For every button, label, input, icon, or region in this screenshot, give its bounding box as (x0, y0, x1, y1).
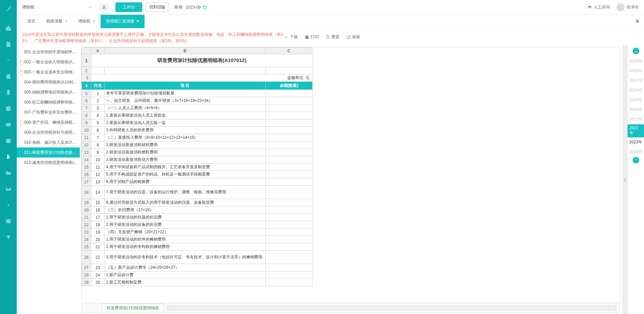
nav-folder-icon[interactable] (5, 170, 12, 176)
tab-税表清册[interactable]: 税表清册✕ (41, 15, 73, 28)
nav-doc-icon[interactable] (5, 41, 12, 48)
row-amount[interactable] (266, 236, 313, 243)
year-item[interactable]: 2020年 (629, 105, 642, 115)
nav-video-icon[interactable] (5, 218, 12, 225)
row-header[interactable]: 16 (82, 171, 91, 178)
row-header[interactable]: 11 (82, 134, 91, 141)
row-seq[interactable]: 25 (91, 279, 105, 286)
row-desc[interactable]: 2.用于研发活动的设备的折旧费 (105, 221, 266, 229)
row-header[interactable]: 26 (82, 251, 91, 264)
row-amount[interactable] (266, 164, 313, 171)
form-list-item[interactable]: 002-一般企业收入明细表(A... (17, 57, 80, 67)
year-item[interactable]: 2024年 (629, 147, 642, 157)
row-amount[interactable] (266, 199, 313, 206)
row-seq[interactable]: 6 (91, 127, 105, 134)
row-seq[interactable]: 8 (91, 141, 105, 149)
row-desc[interactable]: 5.用于不构成固定资产的样品、样机及一般测试手段购置费 (105, 171, 266, 178)
row-header[interactable]: 14 (82, 156, 91, 164)
close-all-tabs[interactable]: ✕ (635, 18, 640, 25)
tab-首页[interactable]: 首页 (22, 15, 41, 28)
row-header[interactable]: 7 (82, 105, 91, 112)
row-amount[interactable] (266, 264, 313, 271)
year-item[interactable]: 2016年 (629, 66, 642, 76)
nav-hand-icon[interactable] (5, 153, 12, 160)
row-desc[interactable]: 3.研发活动直接消耗动力费用 (105, 156, 266, 164)
row-amount[interactable] (266, 119, 313, 127)
tax-type-dropdown[interactable]: 增值税 (22, 4, 93, 10)
row-amount[interactable] (266, 90, 313, 97)
row-header[interactable]: 28 (82, 271, 91, 279)
row-header[interactable]: 3 (82, 74, 91, 82)
year-item[interactable]: 2015年 (629, 56, 642, 66)
row-amount[interactable] (266, 141, 313, 149)
sheet-scroll[interactable]: ABC1研发费用加计扣除优惠明细表(A107012)23金额单位: 元4行次项 … (82, 47, 620, 303)
year-item[interactable]: 2017年 (629, 76, 642, 85)
nav-bag-icon[interactable] (5, 73, 12, 80)
print-button[interactable]: 打印 (305, 34, 319, 40)
row-header[interactable]: 18 (82, 186, 91, 199)
form-list-item[interactable]: 010-免税、减计收入及加计... (17, 137, 80, 147)
row-header[interactable]: 6 (82, 97, 91, 105)
row-desc[interactable]: 2.直接从事研发活动人员五险一金 (105, 119, 266, 127)
row-seq[interactable]: 21 (91, 243, 105, 251)
row-header[interactable]: 29 (82, 279, 91, 286)
nav-clipboard-icon[interactable] (5, 89, 12, 96)
row-header[interactable]: 23 (82, 229, 91, 236)
download-button[interactable]: 下载 (284, 34, 298, 40)
row-seq[interactable]: 3 (91, 105, 105, 112)
row-seq[interactable]: 2 (91, 97, 105, 105)
form-list-item[interactable]: 012-减免所得税优惠明细表(... (17, 158, 80, 168)
row-header[interactable]: 9 (82, 119, 91, 127)
row-amount[interactable] (266, 251, 313, 264)
document-button[interactable] (99, 3, 109, 12)
nav-v-icon[interactable] (5, 234, 12, 241)
year-item[interactable]: 2022年 (628, 124, 644, 137)
row-amount[interactable] (266, 221, 313, 229)
row-seq[interactable]: 14 (91, 186, 105, 199)
tab-增值税[interactable]: 增值税✕ (73, 15, 101, 28)
refresh-button[interactable]: 刷新 (346, 34, 360, 40)
row-header[interactable]: 17 (82, 178, 91, 186)
row-desc[interactable]: 4.用于中间试验和产品试制的模具、工艺装备开发及制造费 (105, 164, 266, 171)
form-list-item[interactable]: 008-资产折旧、摊销及纳税... (17, 117, 80, 127)
year-item[interactable]: 2021年 (629, 115, 642, 124)
tab-所得税汇算清缴[interactable]: 所得税汇算清缴✕ (101, 15, 145, 28)
row-header[interactable]: 19 (82, 199, 91, 206)
row-desc[interactable]: 2.研发活动直接消耗燃料费用 (105, 149, 266, 156)
row-desc[interactable]: （四）无形资产摊销（20+21+22） (105, 229, 266, 236)
row-header[interactable]: 15 (82, 164, 91, 171)
row-seq[interactable]: 1 (91, 90, 105, 97)
row-header[interactable]: 27 (82, 264, 91, 271)
row-header[interactable]: 25 (82, 243, 91, 251)
sheet-tab[interactable]: 研发费用加计扣除优惠明细表 (102, 304, 164, 312)
row-amount[interactable] (266, 279, 313, 286)
year-scroll-up[interactable]: ︽ (633, 48, 639, 54)
row-header[interactable]: 20 (82, 206, 91, 214)
nav-calendar-icon[interactable] (5, 137, 12, 144)
year-scroll-down[interactable]: ︾ (633, 157, 639, 164)
row-header[interactable]: 13 (82, 149, 91, 156)
row-desc[interactable]: 1.直接从事研发活动人员工资薪金 (105, 112, 266, 119)
row-amount[interactable] (266, 206, 313, 214)
form-list-item[interactable]: 006-职工薪酬纳税调整明细... (17, 97, 80, 107)
year-item[interactable]: 2018年 (629, 85, 642, 95)
row-desc[interactable]: 1.研发活动直接消耗材料费用 (105, 141, 266, 149)
row-desc[interactable]: 1.用于研发活动的软件的摊销费用 (105, 236, 266, 243)
row-amount[interactable] (266, 127, 313, 134)
row-desc[interactable]: 2.新工艺规程制定费 (105, 279, 266, 286)
row-seq[interactable]: 12 (91, 171, 105, 178)
row-desc[interactable]: 一、自主研发、合作研发、集中研发（3+7+16+19+23+34） (105, 97, 266, 105)
row-seq[interactable]: 24 (91, 271, 105, 279)
row-amount[interactable] (266, 149, 313, 156)
row-seq[interactable]: 16 (91, 206, 105, 214)
row-seq[interactable]: 10 (91, 156, 105, 164)
row-amount[interactable] (266, 229, 313, 236)
row-seq[interactable]: 19 (91, 229, 105, 236)
reset-button[interactable]: 重置 (325, 34, 339, 40)
row-amount[interactable] (266, 178, 313, 186)
row-desc[interactable]: 3.外聘研发人员的劳务费用 (105, 127, 266, 134)
row-seq[interactable]: 11 (91, 164, 105, 171)
row-amount[interactable] (266, 243, 313, 251)
row-header[interactable]: 12 (82, 141, 91, 149)
nav-tax-icon[interactable] (5, 121, 12, 128)
